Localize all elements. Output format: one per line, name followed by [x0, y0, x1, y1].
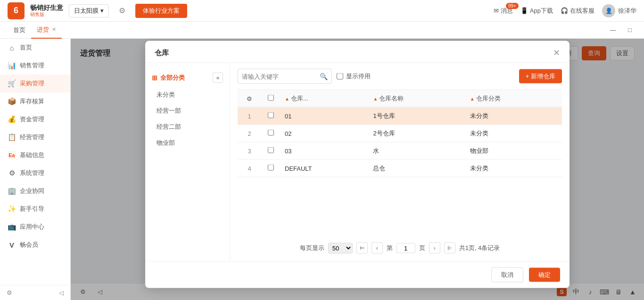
- table-row[interactable]: 2 02 2号仓库 未分类: [238, 125, 562, 142]
- row-select-checkbox[interactable]: [268, 147, 274, 153]
- app-label: App下载: [530, 7, 553, 15]
- warehouse-table-panel: 🔍 显示停用 + 新增仓库 ⚙: [230, 63, 570, 261]
- mobile-icon: 📱: [520, 7, 528, 14]
- system-icon: ⚙: [8, 169, 16, 177]
- category-item-ops2[interactable]: 经营二部: [145, 119, 230, 135]
- row-select-checkbox[interactable]: [268, 130, 274, 136]
- row-category: 物业部: [465, 142, 562, 159]
- user-menu[interactable]: 👤 徐泽华: [602, 4, 636, 17]
- new-warehouse-button[interactable]: + 新增仓库: [519, 69, 562, 83]
- page-size-dropdown[interactable]: 50 100: [328, 242, 353, 253]
- last-page-button[interactable]: ⊩: [444, 242, 455, 254]
- sidebar-item-home[interactable]: ⌂ 首页: [0, 39, 70, 57]
- sidebar-item-label: 采购管理: [20, 79, 44, 88]
- tab-home[interactable]: 首页: [8, 22, 31, 39]
- sort-icon: ▲: [470, 96, 475, 101]
- collapse-button[interactable]: «: [213, 73, 223, 83]
- row-category: 未分类: [465, 125, 562, 142]
- category-panel: ⊞ 全部分类 « 未分类 经营一部 经营二部 物业部: [145, 63, 230, 261]
- row-checkbox: [261, 159, 280, 177]
- store-selector[interactable]: 日太阳膜 ▾: [69, 4, 109, 17]
- table-row[interactable]: 1 01 1号仓库 未分类: [238, 107, 562, 125]
- sidebar-item-label: 库存核算: [20, 97, 44, 106]
- category-item-uncategorized[interactable]: 未分类: [145, 87, 230, 103]
- sidebar-item-enterprise[interactable]: 🏢 企业协同: [0, 182, 70, 200]
- search-icon[interactable]: 🔍: [320, 73, 328, 80]
- app-download-button[interactable]: 📱 App下载: [520, 7, 553, 15]
- all-categories-header[interactable]: ⊞ 全部分类 «: [145, 69, 230, 87]
- sidebar-item-purchase[interactable]: 🛒 采购管理: [0, 75, 70, 92]
- sidebar-speaker-icon[interactable]: ◁: [59, 289, 64, 296]
- tab-purchase[interactable]: 进货 ✕: [31, 22, 62, 39]
- gear-icon: ⚙: [119, 6, 125, 15]
- col-name: ▲仓库名称: [368, 90, 465, 107]
- sidebar-item-label: 资金管理: [20, 115, 44, 124]
- message-button[interactable]: ✉ 消息 99+: [494, 7, 513, 15]
- row-num: 4: [238, 159, 261, 177]
- table-row[interactable]: 3 03 水 物业部: [238, 142, 562, 159]
- tab-close-icon[interactable]: ✕: [52, 26, 56, 33]
- sidebar-item-label: 企业协同: [20, 187, 44, 195]
- category-item-ops1[interactable]: 经营一部: [145, 103, 230, 119]
- sidebar-item-label: 经营管理: [20, 133, 44, 142]
- appcenter-icon: 📺: [8, 223, 16, 231]
- main-content: 进货管理 打印 导出 刷新 查询 设置 仓库 ✕: [71, 39, 644, 300]
- grid-icon: ⊞: [152, 74, 157, 82]
- cancel-button[interactable]: 取消: [491, 267, 523, 283]
- try-industry-button[interactable]: 体验行业方案: [135, 4, 187, 18]
- first-page-button[interactable]: ⊨: [356, 242, 368, 254]
- brand-main: 畅销好生意: [30, 4, 63, 12]
- avatar: 👤: [602, 4, 615, 17]
- sidebar-item-label: 新手引导: [20, 205, 44, 213]
- sidebar-item-inventory[interactable]: 📦 库存核算: [0, 92, 70, 110]
- sidebar-settings-icon[interactable]: ⚙: [7, 289, 12, 296]
- row-num: 3: [238, 142, 261, 159]
- sidebar-item-label: 应用中心: [20, 223, 44, 231]
- row-select-checkbox[interactable]: [268, 165, 274, 171]
- minimize-button[interactable]: —: [606, 24, 619, 37]
- operations-icon: 📋: [8, 133, 16, 142]
- sidebar-item-label: 系统管理: [20, 169, 44, 177]
- show-disabled-checkbox[interactable]: [337, 73, 343, 80]
- message-icon: ✉: [494, 7, 499, 14]
- col-category: ▲仓库分类: [465, 90, 562, 107]
- row-num: 2: [238, 125, 261, 142]
- category-item-property[interactable]: 物业部: [145, 135, 230, 151]
- sidebar-item-operations[interactable]: 📋 经营管理: [0, 128, 70, 146]
- sidebar-item-sales[interactable]: 📊 销售管理: [0, 57, 70, 75]
- expand-button[interactable]: □: [623, 24, 636, 37]
- row-select-checkbox[interactable]: [268, 112, 274, 118]
- col-gear: ⚙: [238, 90, 261, 107]
- modal-close-button[interactable]: ✕: [553, 48, 560, 58]
- sidebar-item-guide[interactable]: ✨ 新手引导: [0, 200, 70, 218]
- sidebar-item-finance[interactable]: 💰 资金管理: [0, 110, 70, 128]
- page-input[interactable]: [396, 243, 415, 253]
- page-size-select: 50 100: [328, 242, 353, 253]
- sidebar-item-system[interactable]: ⚙ 系统管理: [0, 164, 70, 182]
- modal-header: 仓库 ✕: [145, 41, 570, 63]
- row-name: 2号仓库: [368, 125, 465, 142]
- row-category: 未分类: [465, 107, 562, 125]
- basicinfo-icon: Ea: [8, 151, 16, 159]
- sidebar-item-member[interactable]: V 畅会员: [0, 236, 70, 254]
- guide-icon: ✨: [8, 205, 16, 213]
- total-info: 共1页, 4条记录: [459, 244, 500, 252]
- show-disabled-toggle[interactable]: 显示停用: [337, 72, 371, 81]
- next-page-button[interactable]: ›: [429, 242, 440, 254]
- sidebar-item-label: 畅会员: [20, 241, 38, 249]
- row-name: 水: [368, 142, 465, 159]
- inventory-icon: 📦: [8, 97, 16, 106]
- chevron-down-icon: ▾: [100, 7, 104, 14]
- search-input[interactable]: [242, 73, 317, 80]
- sidebar-item-appcenter[interactable]: 📺 应用中心: [0, 218, 70, 236]
- prev-page-button[interactable]: ‹: [372, 242, 383, 254]
- settings-button[interactable]: ⚙: [115, 3, 130, 18]
- row-name: 1号仓库: [368, 107, 465, 125]
- service-button[interactable]: 🎧 在线客服: [561, 7, 594, 15]
- sidebar-item-basicinfo[interactable]: Ea 基础信息: [0, 146, 70, 164]
- confirm-button[interactable]: 确定: [529, 268, 560, 282]
- table-row[interactable]: 4 DEFAULT 总仓 未分类: [238, 159, 562, 177]
- select-all-checkbox[interactable]: [268, 95, 274, 101]
- search-box: 🔍: [238, 69, 332, 84]
- brand-sub: 销售版: [30, 12, 63, 17]
